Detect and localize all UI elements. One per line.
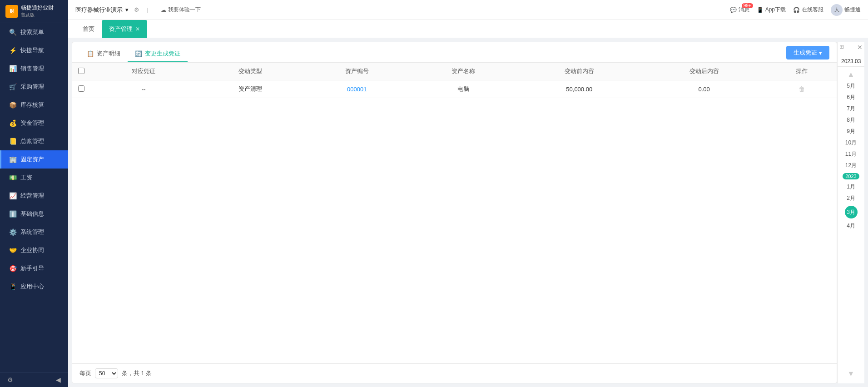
- online-service-btn[interactable]: 🎧 在线客服: [793, 6, 823, 14]
- sidebar-icon-0: 🔍: [9, 28, 17, 36]
- month-label-11月: 11月: [845, 150, 857, 158]
- sidebar-label-7: 固定资产: [20, 155, 44, 164]
- gear-icon[interactable]: ⚙: [134, 6, 139, 13]
- sidebar-item-库存核算[interactable]: 📦库存核算: [0, 96, 68, 114]
- month-item-12月[interactable]: 12月: [838, 160, 864, 171]
- month-label-2023-4月: 4月: [847, 222, 855, 230]
- sidebar-item-新手引导[interactable]: 🎯新手引导: [0, 259, 68, 278]
- month-item-2023-1月[interactable]: 1月: [838, 181, 864, 193]
- month-item-9月[interactable]: 9月: [838, 126, 864, 137]
- month-label-2023-2月: 2月: [847, 194, 855, 202]
- generate-voucher-label: 变更生成凭证: [145, 50, 180, 58]
- tab-asset-management[interactable]: 资产管理 ✕: [102, 20, 147, 38]
- message-badge: 99+: [742, 3, 753, 8]
- sidebar-label-2: 销售管理: [20, 64, 44, 73]
- sidebar-item-快捷导航[interactable]: ⚡快捷导航: [0, 41, 68, 60]
- month-label-5月: 5月: [847, 82, 855, 90]
- sidebar-label-1: 快捷导航: [20, 46, 44, 55]
- nav-down-icon[interactable]: ▼: [846, 368, 857, 380]
- user-area[interactable]: 人 畅捷通: [831, 4, 861, 16]
- month-label-6月: 6月: [847, 94, 855, 101]
- generate-btn-area: 生成凭证 ▾: [786, 46, 829, 60]
- cell-action-0: 🗑: [767, 80, 837, 98]
- sidebar-item-基础信息[interactable]: ℹ️基础信息: [0, 205, 68, 223]
- table-wrapper: 对应凭证 变动类型 资产编号 资产名称 变动前内容 变动后内容 操作 -: [72, 63, 837, 363]
- sidebar-item-应用中心[interactable]: 📱应用中心: [0, 278, 68, 296]
- tab-close-icon[interactable]: ✕: [135, 26, 140, 32]
- generate-btn-label: 生成凭证: [794, 49, 817, 57]
- table-body: -- 资产清理 000001 电脑 50,000.00 0.00 🗑: [72, 80, 837, 98]
- sidebar-label-3: 采购管理: [20, 83, 44, 91]
- close-panel-icon[interactable]: ✕: [857, 44, 863, 51]
- month-list: 5月6月7月8月9月10月11月12月20231月2月3月4月: [838, 80, 864, 368]
- sidebar-label-0: 搜索菜单: [20, 28, 44, 36]
- sidebar-item-采购管理[interactable]: 🛒采购管理: [0, 78, 68, 96]
- company-name: 医疗器械行业演示: [75, 6, 123, 14]
- headset-icon: 🎧: [793, 7, 800, 13]
- month-label-8月: 8月: [847, 116, 855, 124]
- per-page-label: 每页: [79, 369, 91, 377]
- top-header: 医疗器械行业演示 ▾ ⚙ | ☁ 我要体验一下 💬 消息 99+ 📱 App下载…: [68, 0, 868, 20]
- month-item-6月[interactable]: 6月: [838, 92, 864, 103]
- sub-tab-asset-detail[interactable]: 📋 资产明细: [79, 46, 128, 62]
- app-name: 畅捷通好业财: [21, 5, 54, 12]
- sidebar-label-9: 经营管理: [20, 192, 44, 200]
- expand-panel-icon[interactable]: ⊞: [839, 44, 844, 50]
- cell-asset-code-0: 000001: [303, 80, 410, 98]
- delete-row-icon-0[interactable]: 🗑: [799, 85, 805, 93]
- tab-home[interactable]: 首页: [75, 20, 102, 38]
- sidebar-item-固定资产[interactable]: 🏢固定资产: [0, 150, 68, 169]
- month-item-5月[interactable]: 5月: [838, 80, 864, 92]
- cell-voucher-0: --: [90, 80, 197, 98]
- month-item-7月[interactable]: 7月: [838, 103, 864, 114]
- sidebar-item-销售管理[interactable]: 📊销售管理: [0, 60, 68, 78]
- sidebar-items: 🔍搜索菜单⚡快捷导航📊销售管理🛒采购管理📦库存核算💰资金管理📒总账管理🏢固定资产…: [0, 23, 68, 296]
- sidebar-item-系统管理[interactable]: ⚙️系统管理: [0, 223, 68, 241]
- header-right: 💬 消息 99+ 📱 App下载 🎧 在线客服 人 畅捷通: [730, 4, 861, 16]
- separator: |: [147, 6, 148, 13]
- sidebar-item-资金管理[interactable]: 💰资金管理: [0, 114, 68, 132]
- experience-text: 我要体验一下: [168, 6, 201, 14]
- col-action: 操作: [767, 63, 837, 80]
- month-item-10月[interactable]: 10月: [838, 137, 864, 149]
- app-download-btn[interactable]: 📱 App下载: [757, 6, 786, 14]
- nav-up-icon[interactable]: ▲: [846, 69, 857, 80]
- sidebar-icon-11: ⚙️: [9, 228, 17, 236]
- generate-voucher-icon: 🔄: [135, 50, 142, 57]
- per-page-select[interactable]: 20 50 100: [95, 368, 118, 378]
- col-before: 变动前内容: [517, 63, 642, 80]
- sidebar-icon-6: 📒: [9, 137, 17, 145]
- company-title[interactable]: 医疗器械行业演示 ▾: [75, 6, 129, 14]
- logo-icon: 财: [5, 5, 18, 18]
- month-label-7月: 7月: [847, 105, 855, 113]
- sidebar-item-企业协同[interactable]: 🤝企业协同: [0, 241, 68, 259]
- experience-area[interactable]: ☁ 我要体验一下: [161, 6, 201, 14]
- dropdown-arrow-icon: ▾: [819, 50, 822, 56]
- col-after: 变动后内容: [642, 63, 767, 80]
- settings-icon[interactable]: ⚙: [7, 376, 13, 383]
- sidebar-icon-3: 🛒: [9, 83, 17, 91]
- generate-voucher-button[interactable]: 生成凭证 ▾: [786, 46, 829, 60]
- row-checkbox-0[interactable]: [78, 85, 84, 92]
- month-item-2023-2月[interactable]: 2月: [838, 193, 864, 204]
- avatar: 人: [831, 4, 843, 16]
- collapse-icon[interactable]: ◀: [56, 376, 61, 383]
- month-item-2023-3月[interactable]: 3月: [838, 204, 864, 220]
- content-area: 📋 资产明细 🔄 变更生成凭证 生成凭证 ▾: [72, 42, 837, 383]
- sidebar-item-工资[interactable]: 💵工资: [0, 169, 68, 187]
- month-item-8月[interactable]: 8月: [838, 114, 864, 126]
- sidebar-item-总账管理[interactable]: 📒总账管理: [0, 132, 68, 150]
- asset-detail-label: 资产明细: [97, 50, 120, 58]
- month-item-11月[interactable]: 11月: [838, 149, 864, 160]
- sidebar-label-12: 企业协同: [20, 246, 44, 254]
- sidebar-label-10: 基础信息: [20, 210, 44, 218]
- sidebar-label-14: 应用中心: [20, 283, 44, 291]
- sidebar-item-搜索菜单[interactable]: 🔍搜索菜单: [0, 23, 68, 41]
- message-btn[interactable]: 💬 消息 99+: [730, 6, 749, 14]
- sidebar-icon-8: 💵: [9, 174, 17, 182]
- select-all-checkbox[interactable]: [78, 68, 84, 74]
- cell-after-0: 0.00: [642, 80, 767, 98]
- sidebar-item-经营管理[interactable]: 📈经营管理: [0, 187, 68, 205]
- sub-tab-generate-voucher[interactable]: 🔄 变更生成凭证: [128, 46, 188, 62]
- month-item-2023-4月[interactable]: 4月: [838, 220, 864, 232]
